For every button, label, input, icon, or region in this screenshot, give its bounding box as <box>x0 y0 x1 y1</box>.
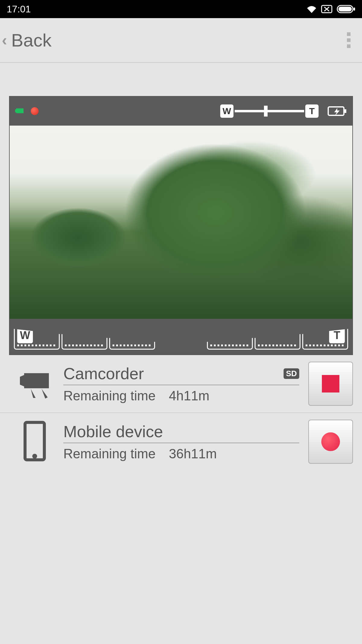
back-button[interactable]: ‹ Back <box>2 30 52 51</box>
battery-icon <box>337 5 355 13</box>
mobile-remaining-value: 36h11m <box>169 446 217 461</box>
camcorder-remaining-value: 4h11m <box>169 388 210 403</box>
zoom-in-step[interactable] <box>255 324 300 350</box>
zoom-wide-label: W <box>220 104 233 118</box>
app-header: ‹ Back <box>0 18 362 63</box>
zoom-thumb <box>264 106 268 117</box>
mobile-remaining-label: Remaining time <box>63 446 156 461</box>
status-right-icons <box>306 5 355 13</box>
camcorder-battery-icon <box>328 106 347 117</box>
viewfinder: W T W T <box>9 96 353 355</box>
wifi-icon <box>306 5 317 13</box>
overflow-menu-button[interactable] <box>347 32 359 48</box>
svg-rect-6 <box>345 109 346 113</box>
camcorder-recording-icon <box>15 107 27 116</box>
mobile-record-button[interactable] <box>308 420 353 464</box>
svg-rect-2 <box>354 8 355 11</box>
camcorder-icon <box>15 367 54 400</box>
mobile-device-icon <box>15 421 54 463</box>
camcorder-stop-button[interactable] <box>308 362 353 406</box>
zoom-out-step[interactable] <box>109 324 155 350</box>
chevron-left-icon: ‹ <box>2 31 7 49</box>
camcorder-title: Camcorder <box>63 364 144 383</box>
svg-point-9 <box>32 454 37 459</box>
status-bar: 17:01 <box>0 0 362 18</box>
zoom-wide-button[interactable]: W <box>14 324 60 350</box>
status-time: 17:01 <box>7 4 306 15</box>
stop-icon <box>322 375 339 392</box>
sd-badge: SD <box>284 368 299 379</box>
viewfinder-top-bar: W T <box>10 97 352 126</box>
mobile-title: Mobile device <box>63 422 163 441</box>
no-sim-icon <box>321 5 332 13</box>
mobile-info: Mobile device Remaining time 36h11m <box>63 422 299 461</box>
live-preview[interactable] <box>10 126 352 319</box>
zoom-rocker: W T <box>10 319 352 354</box>
back-label: Back <box>11 30 51 51</box>
svg-rect-4 <box>16 108 24 113</box>
record-icon <box>321 432 340 451</box>
zoom-in-step[interactable] <box>207 324 253 350</box>
zoom-indicator: W T <box>220 104 319 118</box>
zoom-out-step[interactable] <box>62 324 107 350</box>
zoom-out-rocker[interactable]: W <box>14 324 155 350</box>
camcorder-row: Camcorder SD Remaining time 4h11m <box>0 355 362 413</box>
recording-dot-icon <box>31 107 39 115</box>
more-vert-icon <box>347 32 351 48</box>
zoom-tele-label: T <box>305 104 319 118</box>
zoom-tele-button[interactable]: T <box>302 324 348 350</box>
zoom-in-rocker[interactable]: T <box>207 324 348 350</box>
camcorder-info: Camcorder SD Remaining time 4h11m <box>63 364 299 403</box>
svg-rect-3 <box>338 7 352 11</box>
svg-rect-7 <box>24 373 49 388</box>
zoom-track <box>235 110 304 112</box>
mobile-device-row: Mobile device Remaining time 36h11m <box>0 413 362 470</box>
camcorder-remaining-label: Remaining time <box>63 388 156 403</box>
